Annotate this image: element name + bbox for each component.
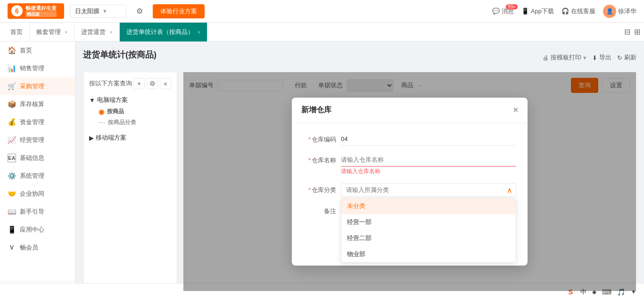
- code-label: 仓库编码: [303, 133, 341, 144]
- dropdown-option-dept1[interactable]: 经营一部: [341, 214, 516, 230]
- code-input-wrapper: [341, 133, 516, 146]
- edit-schema-btn[interactable]: ⚙: [147, 78, 158, 89]
- user-profile[interactable]: 👤 徐泽华: [603, 5, 636, 18]
- name-field-row: 仓库名称 请输入仓库名称: [303, 153, 516, 175]
- dropdown-option-property[interactable]: 物业部: [341, 246, 516, 262]
- sidebar-item-vip[interactable]: V 畅会员: [0, 239, 75, 257]
- export-btn[interactable]: ⬇ 导出: [592, 53, 611, 62]
- top-header: 6 畅捷通好生意 精品版 日太阳膜 ▾ ⚙ 体验行业方案 💬 消息 99+ 📱 …: [0, 0, 644, 23]
- purchase-icon: 🛒: [8, 82, 16, 91]
- app-download-label: App下载: [531, 7, 554, 16]
- dropdown-option-dept2[interactable]: 经营二部: [341, 230, 516, 246]
- trial-button[interactable]: 体验行业方案: [153, 4, 205, 18]
- schema-by-product[interactable]: ◉ 按商品: [99, 106, 171, 117]
- refresh-label: 刷新: [624, 53, 636, 62]
- app-icon: 📱: [521, 8, 529, 15]
- sidebar-operations-label: 经营管理: [20, 136, 44, 144]
- sidebar-item-home[interactable]: 🏠 首页: [0, 42, 75, 59]
- sidebar-item-apps[interactable]: 📱 应用中心: [0, 221, 75, 239]
- category-dropdown: 未分类 经营一部 经营二部 物业部: [341, 198, 516, 263]
- schema-tree: ▼ 电脑端方案 ◉ 按商品 ⋯ 按商品分类: [89, 94, 171, 144]
- computer-schema-label: 电脑端方案: [97, 96, 128, 104]
- sidebar-vip-label: 畅会员: [20, 243, 38, 252]
- dropdown-option-unclassified[interactable]: 未分类: [341, 198, 516, 214]
- sidebar-item-enterprise[interactable]: 🤝 企业协同: [0, 185, 75, 203]
- sidebar-sales-label: 销售管理: [20, 64, 44, 73]
- tab-bar: 首页 账套管理 × 进货退货 × 进货单统计表（按商品） × ⊟ ⊞: [0, 23, 644, 42]
- tab-purchase-stats-label: 进货单统计表（按商品）: [126, 28, 194, 36]
- avatar-icon: 👤: [606, 8, 613, 15]
- store-name: 日太阳膜: [75, 7, 99, 16]
- tab-maximize-icon[interactable]: ⊞: [634, 27, 640, 36]
- dialog-header: 新增仓库 ×: [292, 98, 528, 123]
- sidebar-item-purchase[interactable]: 🛒 采购管理: [0, 77, 75, 95]
- sidebar-item-basic-info[interactable]: EA 基础信息: [0, 149, 75, 167]
- print-label: 按模板打印: [551, 53, 581, 62]
- tab-purchase-return-label: 进货退货: [81, 28, 106, 36]
- dialog-close-button[interactable]: ×: [513, 105, 518, 115]
- add-schema-btn[interactable]: +: [133, 78, 145, 89]
- sidebar-home-label: 首页: [20, 46, 32, 55]
- computer-chevron-icon: ▼: [89, 97, 95, 104]
- tab-purchase-stats[interactable]: 进货单统计表（按商品） ×: [120, 23, 207, 42]
- sidebar-item-finance[interactable]: 💰 资金管理: [0, 113, 75, 131]
- refresh-btn[interactable]: ↻ 刷新: [617, 53, 636, 62]
- name-input-wrapper: 请输入仓库名称: [341, 153, 516, 175]
- mobile-schema-label: 移动端方案: [96, 133, 126, 142]
- tab-account[interactable]: 账套管理 ×: [30, 23, 74, 42]
- enterprise-icon: 🤝: [8, 190, 16, 198]
- sidebar-item-system[interactable]: ⚙️ 系统管理: [0, 167, 75, 185]
- app-download-item[interactable]: 📱 App下载: [521, 7, 554, 16]
- sidebar-apps-label: 应用中心: [20, 225, 44, 234]
- tab-home[interactable]: 首页: [4, 23, 30, 42]
- store-selector[interactable]: 日太阳膜 ▾: [70, 5, 126, 18]
- tab-purchase-return[interactable]: 进货退货 ×: [74, 23, 119, 42]
- logo-area: 6 畅捷通好生意 精品版: [8, 3, 64, 19]
- sidebar-item-operations[interactable]: 📈 经营管理: [0, 131, 75, 149]
- finance-icon: 💰: [8, 118, 16, 126]
- basic-info-icon: EA: [8, 154, 16, 162]
- mobile-schema-node: ▶ 移动端方案: [89, 132, 171, 144]
- sales-icon: 📊: [8, 64, 16, 73]
- system-icon: ⚙️: [8, 172, 16, 180]
- mobile-chevron-icon: ▶: [89, 134, 94, 142]
- sidebar-item-inventory[interactable]: 📦 库存核算: [0, 95, 75, 113]
- main-table-area: 单据编号 付款 单据状态 商品 ··· 查询 设置: [183, 72, 636, 292]
- customer-service-label: 在线客服: [571, 7, 595, 16]
- sidebar-item-guide[interactable]: 📖 新手引导: [0, 203, 75, 221]
- logo-icon: 6: [11, 5, 23, 17]
- refresh-icon: ↻: [617, 54, 622, 61]
- page-title: 进货单统计(按商品): [83, 49, 157, 60]
- collapse-btn[interactable]: «: [160, 78, 171, 89]
- main-layout: 🏠 首页 📊 销售管理 🛒 采购管理 📦 库存核算 💰 资金管理 📈 经营管理 …: [0, 42, 644, 300]
- sidebar-basic-info-label: 基础信息: [20, 154, 44, 162]
- name-label: 仓库名称: [303, 153, 341, 165]
- customer-service-item[interactable]: 🎧 在线客服: [561, 7, 595, 16]
- sidebar-inventory-label: 库存核算: [20, 100, 44, 108]
- tab-purchase-return-close[interactable]: ×: [109, 29, 112, 35]
- message-icon: 💬: [492, 8, 500, 15]
- notes-label: 备注: [303, 204, 341, 216]
- sidebar: 🏠 首页 📊 销售管理 🛒 采购管理 📦 库存核算 💰 资金管理 📈 经营管理 …: [0, 42, 75, 300]
- headset-icon: 🎧: [561, 8, 569, 15]
- tab-purchase-stats-close[interactable]: ×: [198, 29, 200, 35]
- code-input[interactable]: [341, 133, 516, 146]
- chevron-down-icon: ▾: [103, 8, 107, 15]
- sidebar-system-label: 系统管理: [20, 172, 44, 180]
- name-input[interactable]: [341, 153, 516, 167]
- avatar: 👤: [603, 5, 616, 18]
- header-right: 💬 消息 99+ 📱 App下载 🎧 在线客服 👤 徐泽华: [492, 5, 636, 18]
- category-field-row: 仓库分类 ∧ 未分类 经营一部 经营二部 物业部: [303, 183, 516, 197]
- username-label: 徐泽华: [618, 7, 636, 16]
- category-select-input[interactable]: [341, 183, 516, 197]
- settings-icon[interactable]: ⚙: [132, 4, 147, 19]
- schema-by-category[interactable]: ⋯ 按商品分类: [99, 117, 171, 128]
- print-btn[interactable]: 🖨 按模板打印 ▾: [543, 53, 586, 62]
- home-icon: 🏠: [8, 46, 16, 55]
- notifications-item[interactable]: 💬 消息 99+: [492, 7, 514, 16]
- tab-minimize-icon[interactable]: ⊟: [624, 27, 630, 36]
- print-chevron-icon: ▾: [583, 54, 586, 61]
- sidebar-item-sales[interactable]: 📊 销售管理: [0, 59, 75, 77]
- dialog-body: 仓库编码 仓库名称 请输入仓库名称: [292, 123, 528, 234]
- tab-account-close[interactable]: ×: [65, 29, 67, 35]
